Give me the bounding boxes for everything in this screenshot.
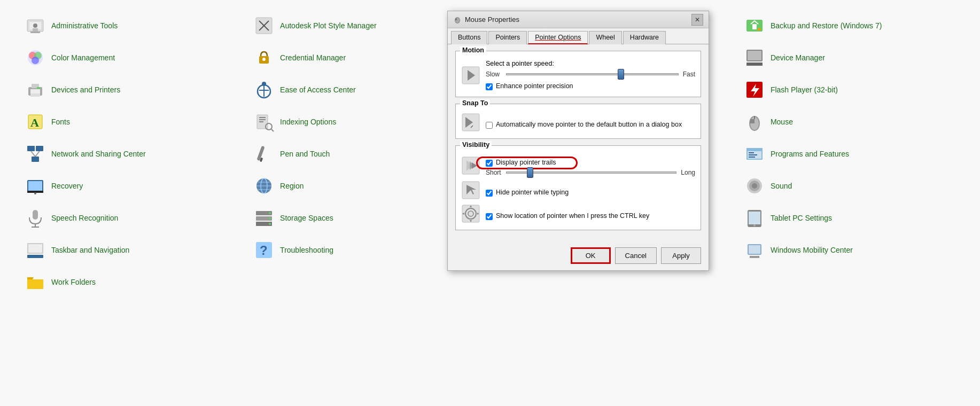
cp-item-windows-mobility[interactable]: Windows Mobility Center [741,235,959,265]
indexing-options-label[interactable]: Indexing Options [280,117,336,127]
autodesk-label[interactable]: Autodesk Plot Style Manager [280,21,377,30]
cp-item-credential-manager[interactable]: Credential Manager [250,43,468,73]
tab-hardware[interactable]: Hardware [623,31,666,44]
cp-item-backup-restore[interactable]: Backup and Restore (Windows 7) [741,11,959,41]
column-1: Administrative Tools Color Management De… [16,11,245,395]
tab-pointer-options[interactable]: Pointer Options [528,31,588,44]
display-trails-checkbox[interactable] [486,160,493,167]
cp-item-mouse[interactable]: Mouse [741,107,959,137]
fast-label: Fast [683,71,695,78]
ok-button[interactable]: OK [571,247,611,264]
troubleshooting-icon: ? [253,239,275,261]
cp-item-network-sharing[interactable]: Network and Sharing Center [21,139,239,169]
svg-rect-62 [752,24,757,29]
color-management-label[interactable]: Color Management [51,53,115,63]
backup-restore-label[interactable]: Backup and Restore (Windows 7) [771,21,882,30]
cp-item-autodesk[interactable]: Autodesk Plot Style Manager [250,11,468,41]
cp-item-troubleshooting[interactable]: ? Troubleshooting [250,235,468,265]
slow-label: Slow [486,71,502,78]
ease-of-access-icon [253,79,275,100]
trails-slider-thumb[interactable] [527,167,533,178]
cp-item-region[interactable]: Region [250,171,468,201]
pen-touch-label[interactable]: Pen and Touch [280,149,330,159]
cp-item-storage-spaces[interactable]: Storage Spaces [250,203,468,233]
motion-row: Select a pointer speed: Slow Fast Enhanc… [461,60,695,90]
enhance-precision-checkbox[interactable] [486,83,493,90]
region-icon [253,175,275,197]
trails-checkbox-row: Display pointer trails [486,159,695,167]
recovery-label[interactable]: Recovery [51,181,83,191]
hide-typing-label: Hide pointer while typing [496,189,569,196]
devices-printers-label[interactable]: Devices and Printers [51,85,120,95]
cp-item-pen-touch[interactable]: Pen and Touch [250,139,468,169]
svg-rect-16 [27,146,35,151]
svg-point-35 [262,58,266,61]
cp-item-taskbar-navigation[interactable]: Taskbar and Navigation [21,235,239,265]
hide-pointer-checkbox-row: Hide pointer while typing [486,189,695,197]
motion-slider-row: Slow Fast [486,71,695,78]
cp-item-devices-printers[interactable]: Devices and Printers [21,75,239,105]
windows-mobility-label[interactable]: Windows Mobility Center [771,245,853,255]
storage-spaces-label[interactable]: Storage Spaces [280,213,333,223]
svg-point-4 [33,24,37,28]
speech-recognition-label[interactable]: Speech Recognition [51,213,118,223]
cancel-button[interactable]: Cancel [615,247,657,264]
cp-item-recovery[interactable]: Recovery [21,171,239,201]
cp-item-programs-features[interactable]: Programs and Features [741,139,959,169]
dialog-close-button[interactable]: ✕ [691,14,703,26]
tablet-pc-label[interactable]: Tablet PC Settings [771,213,832,223]
credential-manager-label[interactable]: Credential Manager [280,53,346,63]
apply-button[interactable]: Apply [661,247,701,264]
network-sharing-label[interactable]: Network and Sharing Center [51,149,146,159]
snapto-checkbox[interactable] [486,122,493,129]
cp-item-device-manager[interactable]: Device Manager [741,43,959,73]
cp-item-flash-player[interactable]: Flash Player (32-bit) [741,75,959,105]
tab-wheel[interactable]: Wheel [589,31,621,44]
svg-point-58 [269,223,271,225]
ease-of-access-label[interactable]: Ease of Access Center [280,85,356,95]
sound-label[interactable]: Sound [771,181,792,191]
svg-rect-70 [750,119,755,123]
region-label[interactable]: Region [280,181,304,191]
svg-rect-18 [32,157,39,162]
programs-features-label[interactable]: Programs and Features [771,149,849,159]
fonts-label[interactable]: Fonts [51,117,70,127]
sound-icon [744,175,765,197]
work-folders-label[interactable]: Work Folders [51,277,96,287]
display-trails-label: Display pointer trails [496,159,556,166]
cp-item-work-folders[interactable]: Work Folders [21,267,239,297]
svg-rect-13 [37,87,40,89]
cp-item-fonts[interactable]: A Fonts [21,107,239,137]
trails-slider-track[interactable] [506,171,676,174]
pen-touch-icon [253,143,275,165]
tab-buttons[interactable]: Buttons [451,31,487,44]
motion-slider-thumb[interactable] [618,69,624,80]
programs-features-icon [744,143,765,165]
taskbar-navigation-label[interactable]: Taskbar and Navigation [51,245,129,255]
cp-item-speech-recognition[interactable]: Speech Recognition [21,203,239,233]
dialog-tabs: Buttons Pointers Pointer Options Wheel H… [448,28,709,44]
tab-pointers[interactable]: Pointers [488,31,527,44]
cp-item-administrative-tools[interactable]: Administrative Tools [21,11,239,41]
autodesk-icon [253,15,275,36]
cp-item-tablet-pc[interactable]: Tablet PC Settings [741,203,959,233]
recovery-icon [25,175,46,197]
cp-item-indexing-options[interactable]: Indexing Options [250,107,468,137]
cp-item-ease-of-access[interactable]: Ease of Access Center [250,75,468,105]
svg-rect-29 [27,255,43,258]
enhance-precision-row: Enhance pointer precision [486,82,695,90]
flash-player-label[interactable]: Flash Player (32-bit) [771,85,838,95]
troubleshooting-label[interactable]: Troubleshooting [280,245,333,255]
cp-item-sound[interactable]: Sound [741,171,959,201]
trail-short-label: Short [486,169,502,176]
administrative-tools-label[interactable]: Administrative Tools [51,21,118,30]
motion-slider-track[interactable] [506,73,679,75]
mouse-properties-titlebar-icon [453,15,462,24]
svg-rect-85 [750,256,759,258]
cp-item-color-management[interactable]: Color Management [21,43,239,73]
svg-rect-81 [749,212,760,224]
hide-typing-checkbox[interactable] [486,190,493,197]
mouse-label[interactable]: Mouse [771,117,793,127]
device-manager-label[interactable]: Device Manager [771,53,825,63]
show-ctrl-checkbox[interactable] [486,213,493,220]
